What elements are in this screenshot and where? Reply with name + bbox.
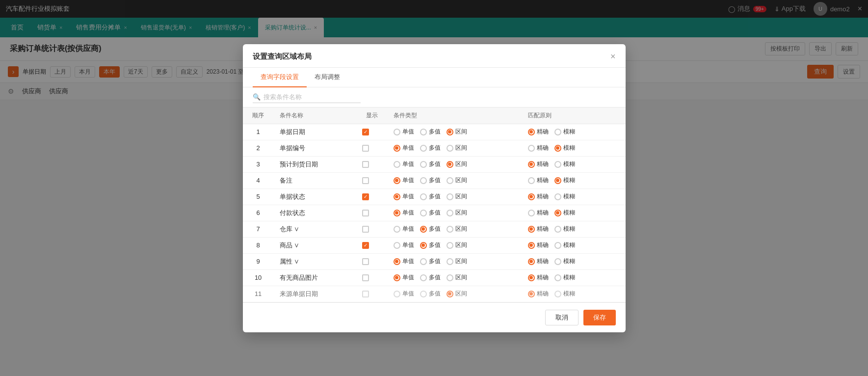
dialog-title: 设置查询区域布局 bbox=[253, 52, 312, 61]
tab-layout[interactable]: 布局调整 bbox=[307, 68, 348, 87]
search-icon: 🔍 bbox=[253, 93, 261, 101]
tab-query-fields[interactable]: 查询字段设置 bbox=[253, 68, 307, 87]
modal-overlay: 设置查询区域布局 × 查询字段设置 布局调整 🔍 顺序 条件名称 显示 bbox=[0, 0, 868, 100]
dialog-close-button[interactable]: × bbox=[610, 52, 616, 61]
settings-dialog: 设置查询区域布局 × 查询字段设置 布局调整 🔍 顺序 条件名称 显示 bbox=[243, 44, 626, 101]
search-input[interactable] bbox=[263, 93, 361, 101]
dialog-search-area: 🔍 bbox=[243, 87, 626, 101]
search-box: 🔍 bbox=[253, 93, 361, 101]
dialog-header: 设置查询区域布局 × bbox=[243, 44, 626, 68]
dialog-tabs: 查询字段设置 布局调整 bbox=[243, 68, 626, 87]
